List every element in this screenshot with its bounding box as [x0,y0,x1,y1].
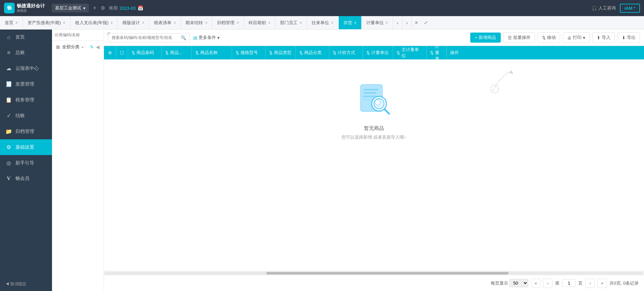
home-icon: ⌂ [5,34,12,40]
move-button[interactable]: ⇅ 移动 [538,32,560,43]
tab-close-icon[interactable]: × [236,20,239,25]
svg-rect-5 [363,96,375,97]
empty-arrow-decoration [490,67,517,94]
sidebar-item-reports[interactable]: ☁ 云报表中心 [0,60,52,76]
add-goods-button[interactable]: + 新增商品 [470,33,501,43]
main-layout: ⌂ 首页 ≡ 总账 ☁ 云报表中心 🧾 发票管理 📋 税务管理 ✓ 结账 📁 归… [0,30,644,291]
calendar-icon[interactable]: 📅 [138,5,143,11]
th-barcode[interactable]: ⇅ 商品条码 [128,46,162,59]
th-category[interactable]: ⇅ 商品分类 [296,46,329,59]
tab-close-icon[interactable]: × [268,20,270,25]
sidebar-item-settings[interactable]: ⚙ 基础设置 [0,139,52,155]
svg-marker-0 [509,70,513,74]
invoice-icon: 🧾 [5,81,12,87]
th-main-unit[interactable]: ⇅ 主计量单位 [393,46,427,59]
company-selector[interactable]: 基层工会测试 ▾ [52,4,89,12]
sidebar-item-tax[interactable]: 📋 税务管理 [0,92,52,108]
import-button[interactable]: ⬆ 导入 [592,32,615,43]
tab-close-all-btn[interactable]: × [412,16,421,29]
tab-subject-init[interactable]: 科目期初 × [244,16,275,29]
tab-label: 归档管理 [217,20,234,26]
page-last-btn[interactable]: » [597,279,607,288]
page-next-btn[interactable]: › [585,279,595,288]
tab-home[interactable]: 首页 × [0,16,23,29]
export-button[interactable]: ⬇ 导出 [618,32,640,43]
print-icon: 🖨 [567,35,572,40]
settings-icon-btn[interactable]: ⚙ [101,5,105,11]
archive-icon: 📁 [5,128,12,135]
tab-tax-list[interactable]: 税表清单 × [149,16,181,29]
th-num[interactable]: ⇅ 主计量单位 [427,46,447,59]
th-checkbox[interactable]: ☐ [116,46,128,59]
tab-prev-btn[interactable]: ‹ [393,16,402,29]
tab-next-btn[interactable]: › [402,16,412,29]
goods-search-bar: 🔍 ▤ 更多条件 ▾ + 新增商品 ☰ 批量操作 [104,30,644,46]
category-search-input[interactable] [55,33,105,37]
sidebar-item-member[interactable]: V 畅会员 [0,171,52,186]
th-unit[interactable]: ⇅ 计量单位 [363,46,393,59]
edit-icon[interactable]: ✎ [90,44,94,50]
tab-goods[interactable]: 存货 × [339,16,362,29]
batch-ops-button[interactable]: ☰ 批量操作 [503,32,535,43]
tax-icon: 📋 [5,97,12,103]
tab-close-icon[interactable]: × [142,20,144,25]
cancel-pin-button[interactable]: ◀ 取消固定 [0,277,52,291]
collapse-icon[interactable]: ◀ [96,44,100,50]
search-icon[interactable]: 🔍 [181,35,186,40]
tab-label: 模版设计 [122,20,140,26]
page-first-btn[interactable]: « [531,279,540,288]
print-button[interactable]: 🖨 打印 ▾ [563,32,590,43]
tab-expand-btn[interactable]: ⤢ [421,16,431,29]
headset-icon: 🎧 [592,6,597,11]
tab-close-icon[interactable]: × [205,20,207,25]
svg-point-9 [375,100,380,105]
tab-close-icon[interactable]: × [386,20,388,25]
tab-period-transfer[interactable]: 期末结转 × [181,16,212,29]
tab-template[interactable]: 模版设计 × [118,16,149,29]
tab-department[interactable]: 部门员工 × [275,16,307,29]
tab-close-icon[interactable]: × [63,20,65,25]
empty-sub-text: 您可以选择新增,或者直接导入哦~ [341,134,406,140]
th-name[interactable]: ⇅ 商品名称 [192,46,232,59]
th-spec[interactable]: ⇅ 规格型号 [232,46,266,59]
per-page-select[interactable]: 50 100 200 [509,279,528,287]
tab-close-icon[interactable]: × [110,20,113,25]
tab-close-icon[interactable]: × [173,20,176,25]
tab-close-icon[interactable]: × [331,20,333,25]
page-number-input[interactable] [562,279,576,287]
more-filters-btn[interactable]: ▤ 更多条件 ▾ [193,35,220,41]
chevron-down-icon: ▾ [217,35,220,40]
th-price[interactable]: ⇅ 计价方式 [329,46,363,59]
help-button[interactable]: 🎧 人工咨询 [592,5,616,11]
th-type[interactable]: ⇅ 商品类型 [266,46,296,59]
total-records-label: 共0页, 0条记录 [609,280,639,286]
tab-close-icon[interactable]: × [354,20,357,25]
tab-income-statement[interactable]: 收入支出表(年报) × [70,16,118,29]
sidebar-item-closing[interactable]: ✓ 结账 [0,108,52,124]
sidebar-item-ledger[interactable]: ≡ 总账 [0,45,52,60]
tab-archive[interactable]: 归档管理 × [212,16,244,29]
period-area: 账期 2023-03 📅 [109,5,144,11]
add-tab-btn[interactable]: + [93,5,97,12]
th-settings[interactable]: ⚙ [104,46,116,59]
sidebar-item-guide[interactable]: ◎ 新手引导 [0,155,52,171]
tab-balance-sheet[interactable]: 资产负债表(中期) × [23,16,70,29]
horizontal-scrollbar[interactable] [104,271,644,275]
scroll-thumb[interactable] [266,272,509,275]
scroll-track [105,272,643,275]
tab-counterparty[interactable]: 往来单位 × [307,16,338,29]
page-label-prefix: 第 [555,280,559,286]
tab-unit[interactable]: 计量单位 × [362,16,393,29]
tab-close-icon[interactable]: × [300,20,302,25]
sidebar-item-invoice[interactable]: 🧾 发票管理 [0,76,52,92]
th-code[interactable]: ⇅ 商品... [162,46,192,59]
tab-close-icon[interactable]: × [15,20,18,25]
export-icon: ⬇ [622,35,626,40]
page-prev-btn[interactable]: ‹ [543,279,552,288]
goods-search-input[interactable] [112,35,179,40]
sidebar-item-home[interactable]: ⌂ 首页 [0,30,52,45]
sidebar-item-archive[interactable]: 📁 归档管理 [0,124,52,139]
account-button[interactable]: iAM * [620,4,640,13]
goods-panel: 🔍 ▤ 更多条件 ▾ + 新增商品 ☰ 批量操作 [104,30,644,291]
import-icon: ⬆ [597,35,600,40]
